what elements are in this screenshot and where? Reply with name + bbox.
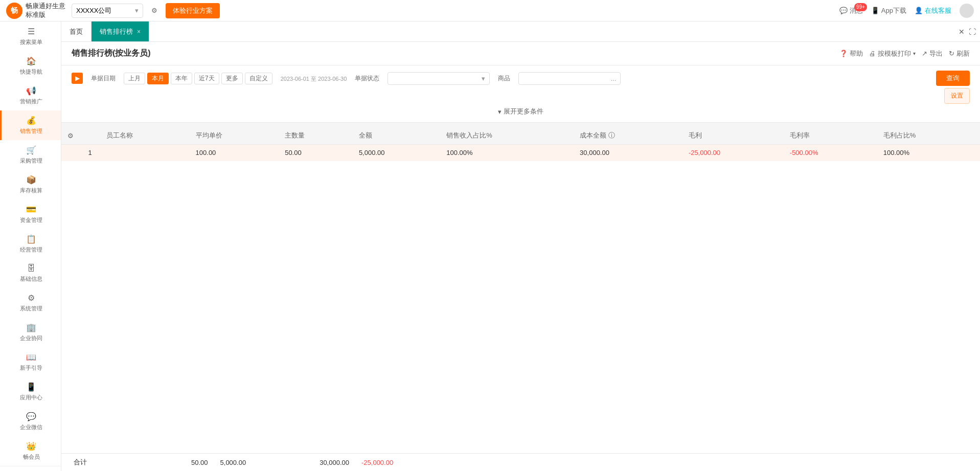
maximize-window-button[interactable]: ⛶ (969, 28, 976, 36)
tab-right-controls: ✕ ⛶ (959, 28, 980, 36)
period-buttons: 上月 本月 本年 近7天 更多 自定义 (124, 73, 272, 84)
main-layout: ☰ 搜索菜单 🏠 快捷导航 📢 营销推广 💰 销售管理 🛒 采购管理 📦 库存核… (0, 21, 980, 471)
appcenter-icon: 📱 (26, 382, 36, 392)
wechat-icon: 💬 (26, 412, 36, 421)
export-button[interactable]: ↗ 导出 (922, 49, 943, 58)
ops-icon: 📋 (26, 234, 36, 244)
filter-bar: ▶ 单据日期 上月 本月 本年 近7天 更多 自定义 2023-06-01 至 … (61, 65, 980, 123)
period-custom[interactable]: 自定义 (245, 73, 272, 84)
status-select[interactable]: ▾ (388, 72, 490, 85)
sales-icon: 💰 (26, 116, 36, 125)
app-icon: 📱 (871, 7, 879, 14)
filter-settings-button[interactable]: 设置 (944, 88, 970, 104)
message-icon: 💬 (839, 7, 848, 14)
sidebar-item-capital-mgmt[interactable]: 💳 资金管理 (0, 199, 61, 229)
sidebar-item-app-center[interactable]: 📱 应用中心 (0, 377, 61, 407)
row-amount: 5,000.00 (353, 145, 440, 161)
period-this-month[interactable]: 本月 (147, 73, 169, 84)
member-icon: 👑 (26, 441, 36, 451)
refresh-button[interactable]: ↻ 刷新 (949, 49, 970, 58)
help-button[interactable]: ❓ 帮助 (839, 49, 863, 58)
print-button[interactable]: 🖨 按模板打印 ▾ (869, 49, 916, 58)
topbar-settings-button[interactable]: ⚙ (147, 4, 162, 18)
print-icon: 🖨 (869, 50, 876, 57)
guide-icon: 📖 (26, 352, 36, 362)
sidebar-item-basic-info[interactable]: 🗄 基础信息 (0, 259, 61, 288)
row-gross-margin: -500.00% (784, 145, 877, 161)
page-actions: ❓ 帮助 🖨 按模板打印 ▾ ↗ 导出 ↻ 刷新 (839, 49, 970, 58)
message-button[interactable]: 💬 消息 99+ (839, 6, 863, 15)
period-last-month[interactable]: 上月 (124, 73, 145, 84)
sidebar-item-purchase-mgmt[interactable]: 🛒 采购管理 (0, 140, 61, 170)
expand-icon: ▾ (498, 108, 502, 116)
capital-icon: 💳 (26, 205, 36, 214)
expand-conditions-button[interactable]: ▾ 展开更多条件 (498, 107, 543, 116)
footer-cost-amount: 30,000.00 (313, 459, 355, 466)
status-label: 单据状态 (355, 74, 379, 83)
sidebar-bottom: ⚙ ◁▷ (0, 466, 61, 471)
period-7days[interactable]: 近7天 (194, 73, 219, 84)
top-bar-right: 💬 消息 99+ 📱 App下载 👤 在线客服 (839, 4, 974, 18)
col-sales-pct: 销售收入占比% (440, 127, 574, 145)
sidebar-item-member[interactable]: 👑 畅会员 (0, 436, 61, 466)
sidebar-item-sys-mgmt[interactable]: ⚙ 系统管理 (0, 288, 61, 318)
sidebar-item-quick-nav[interactable]: 🏠 快捷导航 (0, 51, 61, 81)
sidebar-item-sales-mgmt[interactable]: 💰 销售管理 (0, 110, 61, 140)
logo-icon: 畅 (6, 3, 22, 19)
sales-ranking-table: ⚙ 员工名称 平均单价 主数量 全额 销售收入占比% 成本全额 ⓘ 毛利 毛利率… (61, 127, 980, 161)
col-gross-margin: 毛利率 (784, 127, 877, 145)
filter-row-1: ▶ 单据日期 上月 本月 本年 近7天 更多 自定义 2023-06-01 至 … (72, 71, 970, 86)
filter-arrow-button[interactable]: ▶ (72, 73, 83, 84)
purchase-icon: 🛒 (26, 145, 36, 155)
period-more[interactable]: 更多 (221, 73, 243, 84)
row-settings-cell (61, 145, 80, 161)
sidebar-item-inventory[interactable]: 📦 库存核算 (0, 170, 61, 199)
row-gross-profit: -25,000.00 (682, 145, 784, 161)
sidebar-item-ops-mgmt[interactable]: 📋 经营管理 (0, 229, 61, 259)
row-cost-amount: 30,000.00 (574, 145, 682, 161)
row-main-qty: 50.00 (279, 145, 353, 161)
home-icon: 🏠 (26, 56, 36, 66)
period-this-year[interactable]: 本年 (171, 73, 192, 84)
product-more-icon[interactable]: ... (611, 75, 617, 82)
app-download-button[interactable]: 📱 App下载 (871, 6, 906, 15)
marketing-icon: 📢 (26, 86, 36, 96)
export-icon: ↗ (922, 50, 927, 57)
footer-main-qty: 50.00 (185, 459, 214, 466)
col-settings[interactable]: ⚙ (61, 127, 80, 145)
page-header: 销售排行榜(按业务员) ❓ 帮助 🖨 按模板打印 ▾ ↗ 导出 (61, 42, 980, 65)
sys-icon: ⚙ (28, 293, 35, 303)
close-window-button[interactable]: ✕ (959, 28, 965, 36)
table-footer: 合计 50.00 5,000.00 30,000.00 -25,000.00 (61, 453, 980, 471)
col-avg-price: 平均单价 (190, 127, 279, 145)
row-avg-price: 100.00 (190, 145, 279, 161)
service-icon: 👤 (915, 7, 923, 14)
logo-text: 畅康通好生意 标准版 (26, 2, 65, 19)
sidebar-item-enterprise-wechat[interactable]: 💬 企业微信 (0, 407, 61, 436)
query-button[interactable]: 查询 (936, 71, 970, 86)
top-bar: 畅 畅康通好生意 标准版 XXXXX公司 ▾ ⚙ 体验行业方案 💬 消息 99+… (0, 0, 980, 21)
product-input[interactable]: ... (518, 72, 621, 85)
row-sales-pct: 100.00% (440, 145, 574, 161)
chevron-down-icon: ▾ (135, 7, 139, 14)
col-main-qty: 主数量 (279, 127, 353, 145)
online-service-button[interactable]: 👤 在线客服 (915, 6, 951, 15)
date-label: 单据日期 (91, 74, 116, 83)
sidebar-item-enterprise-collab[interactable]: 🏢 企业协同 (0, 318, 61, 347)
avatar[interactable] (960, 4, 974, 18)
company-name: XXXXX公司 (76, 6, 111, 15)
sidebar-item-new-guide[interactable]: 📖 新手引导 (0, 347, 61, 377)
sidebar-item-search-order[interactable]: ☰ 搜索菜单 (0, 21, 61, 51)
col-gross-profit: 毛利 (682, 127, 784, 145)
row-rank: 1 (80, 145, 100, 161)
tab-sales-ranking[interactable]: 销售排行榜 × (92, 21, 149, 41)
trial-btn[interactable]: 体验行业方案 (166, 3, 220, 18)
table-header-row: ⚙ 员工名称 平均单价 主数量 全额 销售收入占比% 成本全额 ⓘ 毛利 毛利率… (61, 127, 980, 145)
sidebar-item-marketing[interactable]: 📢 营销推广 (0, 81, 61, 110)
footer-amount: 5,000.00 (214, 459, 253, 466)
logo-area: 畅 畅康通好生意 标准版 (6, 2, 67, 19)
tab-home[interactable]: 首页 (61, 21, 92, 41)
content-area: 首页 销售排行榜 × ✕ ⛶ 销售排行榜(按业务员) ❓ 帮助 (61, 21, 980, 471)
tab-close-button[interactable]: × (137, 28, 141, 35)
company-selector[interactable]: XXXXX公司 ▾ (72, 4, 143, 18)
